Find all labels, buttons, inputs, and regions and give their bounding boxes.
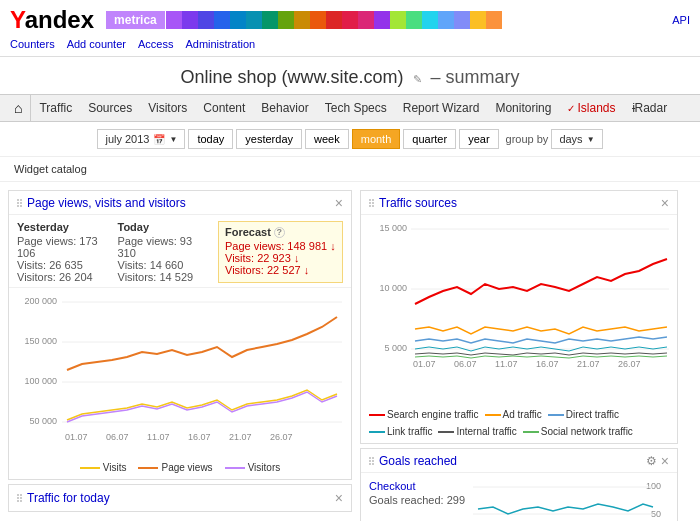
goals-widget: Goals reached ⚙ × Checkout Goals reached… [360,448,678,521]
goals-link[interactable]: Goals reached [379,454,457,468]
widget-header-pageviews: Page views, visits and visitors × [9,191,351,215]
date-selector[interactable]: july 2013 📅 ▼ [97,129,185,149]
goals-chart: 100 50 [473,479,669,521]
goals-content: Checkout Goals reached: 299 100 50 [361,473,677,521]
yesterday-stats: Yesterday Page views: 173 106 Visits: 26… [17,221,118,283]
svg-text:15 000: 15 000 [379,223,407,233]
nav-item-behavior[interactable]: Behavior [253,95,316,121]
yesterday-button[interactable]: yesterday [236,129,302,149]
counters-link[interactable]: Counters [10,38,55,50]
home-button[interactable]: ⌂ [6,95,31,121]
svg-text:26.07: 26.07 [270,432,293,442]
left-column: Page views, visits and visitors × Yester… [8,186,356,521]
today-button[interactable]: today [188,129,233,149]
color-bar [166,11,502,29]
legend-internal: Internal traffic [438,426,516,437]
nav-item-sources[interactable]: Sources [80,95,140,121]
sources-link[interactable]: Traffic sources [379,196,457,210]
month-button[interactable]: month [352,129,401,149]
year-button[interactable]: year [459,129,498,149]
access-link[interactable]: Access [138,38,173,50]
svg-text:26.07: 26.07 [618,359,641,369]
widget-catalog-button[interactable]: Widget catalog [10,161,91,177]
stats-row: Yesterday Page views: 173 106 Visits: 26… [9,215,351,288]
traffic-today-link[interactable]: Traffic for today [27,491,110,505]
pageviews-close-button[interactable]: × [335,196,343,210]
svg-text:11.07: 11.07 [147,432,170,442]
yesterday-pageviews: Page views: 173 106 [17,235,110,259]
today-visitors: Visitors: 14 529 [118,271,211,283]
svg-text:10 000: 10 000 [379,283,407,293]
goals-drag-handle[interactable] [369,457,374,465]
forecast-label-row: Forecast ? [225,226,336,238]
pageviews-svg: 200 000 150 000 100 000 50 000 01.07 06.… [17,292,347,457]
days-selector[interactable]: days ▼ [551,129,602,149]
yesterday-visits: Visits: 26 635 [17,259,110,271]
checkout-link[interactable]: Checkout [369,480,415,492]
checkout-count: Goals reached: 299 [369,494,465,506]
svg-text:150 000: 150 000 [24,336,57,346]
forecast-help-icon[interactable]: ? [274,227,285,238]
legend-pageviews: Page views [138,462,212,473]
traffic-today-widget: Traffic for today × [8,484,352,512]
goal-item-checkout: Checkout Goals reached: 299 [369,479,465,506]
widget-drag-handle[interactable] [17,199,22,207]
pageviews-widget: Page views, visits and visitors × Yester… [8,190,352,480]
traffic-drag-handle[interactable] [17,494,22,502]
svg-text:01.07: 01.07 [65,432,88,442]
pageviews-legend: Visits Page views Visitors [9,462,351,479]
legend-visits: Visits [80,462,127,473]
group-by-label: group by [506,133,549,145]
yesterday-label: Yesterday [17,221,110,233]
dropdown-arrow: ▼ [169,135,177,144]
sources-close-button[interactable]: × [661,196,669,210]
svg-text:100: 100 [646,481,661,491]
add-counter-link[interactable]: Add counter [67,38,126,50]
forecast-pageviews: Page views: 148 981 ↓ [225,240,336,252]
yandex-logo: Yandex [10,6,94,34]
week-button[interactable]: week [305,129,349,149]
nav-item-traffic[interactable]: Traffic [31,95,80,121]
nav-item-content[interactable]: Content [195,95,253,121]
today-stats: Today Page views: 93 310 Visits: 14 660 … [118,221,219,283]
svg-text:21.07: 21.07 [577,359,600,369]
widget-header-goals: Goals reached ⚙ × [361,449,677,473]
page-title: Online shop (www.site.com) [180,67,403,87]
nav-item-tech-specs[interactable]: Tech Specs [317,95,395,121]
traffic-today-close-button[interactable]: × [335,491,343,505]
svg-text:16.07: 16.07 [188,432,211,442]
quarter-button[interactable]: quarter [403,129,456,149]
sources-title: Traffic sources [379,196,661,210]
administration-link[interactable]: Administration [185,38,255,50]
nav-item-islands[interactable]: ✓Islands [559,95,623,121]
nav-item-visitors[interactable]: Visitors [140,95,195,121]
calendar-icon: 📅 [153,134,165,145]
nav-item-radar[interactable]: ɨRadar [624,95,676,121]
sources-chart: 15 000 10 000 5 000 01.07 06.07 11.07 16… [361,215,677,409]
goals-close-button[interactable]: × [661,454,669,468]
pageviews-link[interactable]: Page views, visits and visitors [27,196,186,210]
days-value: days [559,133,582,145]
widget-catalog-bar: Widget catalog [0,157,700,182]
edit-icon[interactable]: ✎ [413,73,422,85]
sources-drag-handle[interactable] [369,199,374,207]
nav-item-monitoring[interactable]: Monitoring [487,95,559,121]
yesterday-visitors: Visitors: 26 204 [17,271,110,283]
goals-gear-button[interactable]: ⚙ [646,454,657,468]
pageviews-title: Page views, visits and visitors [27,196,335,210]
svg-text:16.07: 16.07 [536,359,559,369]
svg-text:21.07: 21.07 [229,432,252,442]
sources-legend: Search engine traffic Ad traffic Direct … [361,409,677,443]
svg-text:06.07: 06.07 [106,432,129,442]
svg-text:100 000: 100 000 [24,376,57,386]
api-link[interactable]: API [672,14,690,26]
svg-text:5 000: 5 000 [384,343,407,353]
metrica-label: metrica [106,11,165,29]
nav-item-report-wizard[interactable]: Report Wizard [395,95,488,121]
legend-search: Search engine traffic [369,409,479,420]
forecast-stats: Forecast ? Page views: 148 981 ↓ Visits:… [218,221,343,283]
forecast-visits: Visits: 22 923 ↓ [225,252,336,264]
date-value: july 2013 [105,133,149,145]
traffic-today-header: Traffic for today [17,491,110,505]
svg-text:200 000: 200 000 [24,296,57,306]
